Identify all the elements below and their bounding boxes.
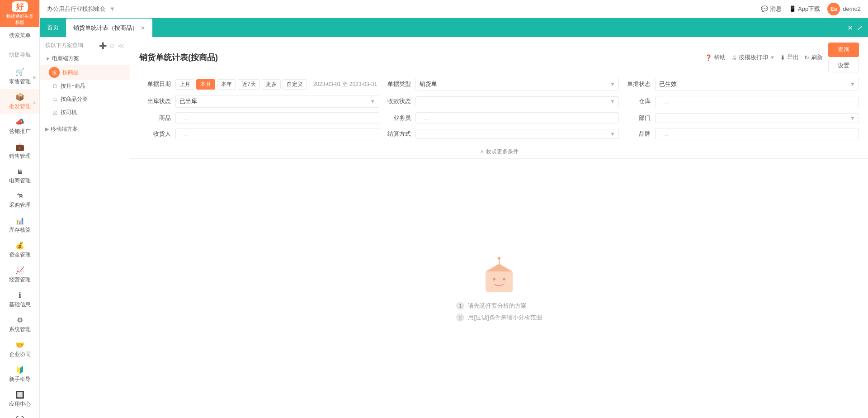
tabbar: 首页 销货单统计表（按商品） ✕ ✕ ⤢ bbox=[40, 18, 868, 37]
system-icon: ⚙ bbox=[17, 316, 23, 324]
doc-status-label: 单据状态 bbox=[619, 80, 655, 88]
brand-dots[interactable]: … bbox=[663, 130, 669, 137]
receiver-label: 收货人 bbox=[139, 130, 175, 138]
page-header: 销货单统计表(按商品) ❓ 帮助 🖨 按模板打印 ▼ ⬇ 导出 bbox=[130, 37, 868, 72]
refresh-btn[interactable]: ↻ 刷新 bbox=[804, 53, 823, 62]
doc-status-value: 已生效 bbox=[659, 80, 677, 88]
message-btn[interactable]: 💬 消息 bbox=[761, 5, 782, 13]
sidebar-item-wholesale[interactable]: 📦 批发管理 ▲ bbox=[0, 89, 39, 114]
home-tab-label: 首页 bbox=[47, 24, 59, 32]
collapse-panel-icon[interactable]: ≪ bbox=[118, 42, 124, 49]
topbar: 办公用品行业模拟账套 ▼ 💬 消息 📱 App下载 Ea demo2 bbox=[40, 0, 868, 18]
warehouse-input[interactable]: … bbox=[655, 96, 859, 107]
receiver-input[interactable]: … bbox=[175, 128, 379, 139]
page-header-actions: ❓ 帮助 🖨 按模板打印 ▼ ⬇ 导出 ↻ 刷新 bbox=[705, 43, 859, 72]
edit-scheme-icon[interactable]: ⊙ bbox=[109, 42, 115, 49]
collect-status-select[interactable]: ▼ bbox=[415, 96, 619, 106]
doc-status-select[interactable]: 已生效 ▼ bbox=[655, 78, 859, 90]
tab-report[interactable]: 销货单统计表（按商品） ✕ bbox=[66, 19, 152, 38]
goods-dots[interactable]: … bbox=[183, 114, 189, 121]
scheme-by-goods[interactable]: 按 按商品 bbox=[40, 65, 130, 80]
receiver-dots[interactable]: … bbox=[183, 130, 189, 137]
sidebar-item-system[interactable]: ⚙ 系统管理 bbox=[0, 312, 39, 337]
month-goods-label: 按月+商品 bbox=[61, 82, 85, 90]
collapse-filters-btn[interactable]: ∧ 收起更多条件 bbox=[130, 145, 868, 159]
sales-label: 销售管理 bbox=[9, 152, 31, 160]
export-btn[interactable]: ⬇ 导出 bbox=[780, 53, 799, 62]
sidebar-item-appstore[interactable]: 🔲 应用中心 bbox=[0, 387, 39, 412]
help-label: 帮助 bbox=[714, 53, 726, 62]
help-btn[interactable]: ❓ 帮助 bbox=[705, 53, 726, 62]
tab-home[interactable]: 首页 bbox=[40, 18, 66, 37]
settings-button[interactable]: 设置 bbox=[828, 59, 859, 72]
marketing-icon: 📣 bbox=[15, 118, 24, 126]
salesman-input[interactable]: … bbox=[415, 112, 619, 124]
sidebar-item-guide[interactable]: 🔰 新手引导 bbox=[0, 362, 39, 387]
main-area: 办公用品行业模拟账套 ▼ 💬 消息 📱 App下载 Ea demo2 首页 销货… bbox=[40, 0, 868, 418]
warehouse-label: 仓库 bbox=[619, 97, 655, 105]
tab-close-icon[interactable]: ✕ bbox=[141, 25, 145, 31]
sidebar-item-retail[interactable]: 🛒 零售管理 ▶ bbox=[0, 64, 39, 89]
add-scheme-icon[interactable]: ➕ bbox=[99, 42, 107, 49]
custom-btn[interactable]: 自定义 bbox=[283, 79, 307, 90]
scheme-by-cashier[interactable]: 🖨 按司机 bbox=[40, 106, 130, 119]
sidebar-item-ecommerce[interactable]: 🖥 电商管理 bbox=[0, 164, 39, 188]
department-select[interactable]: ▼ bbox=[655, 113, 859, 123]
last-month-btn[interactable]: 上月 bbox=[175, 79, 194, 90]
sidebar-item-finance[interactable]: 💰 资金管理 bbox=[0, 238, 39, 262]
doc-type-select[interactable]: 销货单 ▼ bbox=[415, 78, 619, 90]
sidebar-item-marketing[interactable]: 📣 营销推广 bbox=[0, 114, 39, 139]
this-year-btn[interactable]: 本年 bbox=[217, 79, 236, 90]
search-menu[interactable]: 搜索菜单 bbox=[0, 27, 39, 44]
purchase-icon: 🛍 bbox=[16, 192, 24, 200]
logo-text: 畅捷通好生意 bbox=[6, 13, 33, 19]
svg-point-5 bbox=[503, 278, 505, 280]
pc-group-title[interactable]: ▼ 电脑端方案 bbox=[40, 52, 130, 65]
template-print-label: 按模板打印 bbox=[739, 53, 768, 62]
brand-input[interactable]: … bbox=[655, 128, 859, 139]
sidebar-item-stock[interactable]: 📊 库存核算 bbox=[0, 213, 39, 238]
settle-label: 结算方式 bbox=[379, 130, 415, 138]
mobile-group-title[interactable]: ▶ 移动端方案 bbox=[40, 123, 130, 136]
last7-btn[interactable]: 近7天 bbox=[238, 79, 260, 90]
this-month-btn[interactable]: 本月 bbox=[196, 79, 215, 90]
query-button[interactable]: 查询 bbox=[828, 43, 859, 57]
template-print-btn[interactable]: 🖨 按模板打印 ▼ bbox=[731, 53, 775, 62]
left-panel: 按以下方案查询 ➕ ⊙ ≪ ▼ 电脑端方案 按 按商品 bbox=[40, 37, 130, 418]
tab-close-all-icon[interactable]: ✕ bbox=[847, 24, 853, 32]
sidebar-item-wechat[interactable]: 💬 企业微信 bbox=[0, 412, 39, 418]
pc-scheme-group: ▼ 电脑端方案 按 按商品 🗓 按月+商品 🗂 按商品分类 🖨 bbox=[40, 52, 130, 123]
collect-status-chevron: ▼ bbox=[610, 99, 615, 104]
out-status-select[interactable]: 已出库 ▼ bbox=[175, 95, 379, 108]
filter-row-3: 商品 … 业务员 … 部门 bbox=[139, 112, 859, 124]
sidebar-item-enterprise[interactable]: 🤝 企业协同 bbox=[0, 337, 39, 362]
tab-expand-icon[interactable]: ⤢ bbox=[857, 24, 863, 32]
more-btn[interactable]: 更多 bbox=[262, 79, 281, 90]
sidebar-item-purchase[interactable]: 🛍 采购管理 bbox=[0, 188, 39, 213]
user-area[interactable]: Ea demo2 bbox=[827, 3, 861, 15]
quick-nav-label: 快捷导航 bbox=[0, 48, 39, 61]
salesman-dots[interactable]: … bbox=[423, 114, 429, 121]
cashier-label: 按司机 bbox=[61, 109, 77, 116]
scheme-by-category[interactable]: 🗂 按商品分类 bbox=[40, 93, 130, 106]
logo-icon: 好 bbox=[12, 1, 28, 12]
department-label: 部门 bbox=[619, 114, 655, 122]
month-goods-icon: 🗓 bbox=[52, 83, 58, 90]
sidebar-item-sales[interactable]: 💼 销售管理 bbox=[0, 139, 39, 164]
date-range: 2023-03-01 至 2023-03-31 bbox=[313, 81, 377, 88]
dropdown-icon[interactable]: ▼ bbox=[109, 5, 115, 12]
goods-input[interactable]: … bbox=[175, 112, 379, 124]
settle-select[interactable]: ▼ bbox=[415, 129, 619, 139]
sidebar-item-basic[interactable]: ℹ 基础信息 bbox=[0, 287, 39, 312]
date-buttons: 上月 本月 本年 近7天 更多 自定义 bbox=[175, 79, 307, 90]
pc-group-arrow: ▼ bbox=[45, 56, 50, 62]
app-download-btn[interactable]: 📱 App下载 bbox=[789, 5, 820, 13]
brand-cell: 品牌 … bbox=[619, 128, 859, 139]
hint-num-1: 1 bbox=[456, 302, 464, 310]
category-icon: 🗂 bbox=[52, 96, 58, 103]
scheme-by-month-goods[interactable]: 🗓 按月+商品 bbox=[40, 80, 130, 93]
pc-group-label: 电脑端方案 bbox=[52, 55, 79, 62]
sidebar-item-operation[interactable]: 📈 经营管理 bbox=[0, 262, 39, 287]
retail-label: 零售管理 bbox=[9, 78, 31, 86]
warehouse-dots[interactable]: … bbox=[663, 98, 669, 105]
